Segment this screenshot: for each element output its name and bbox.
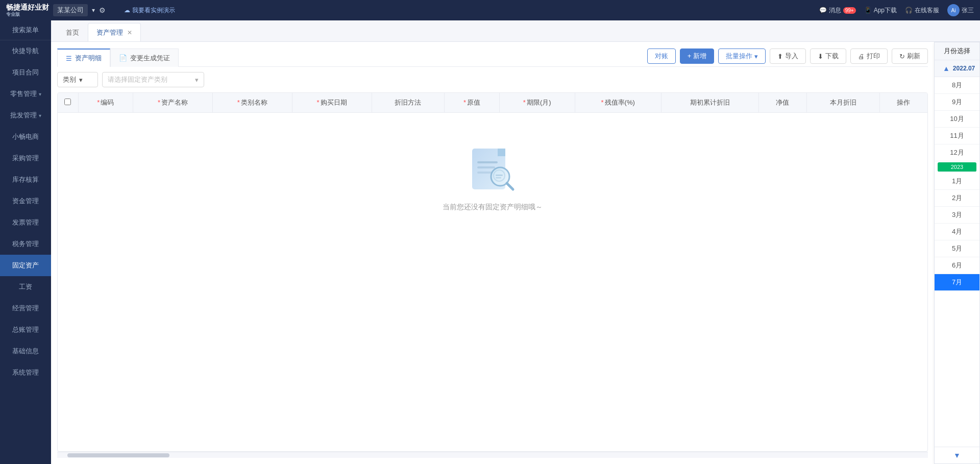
sidebar-item-purchase[interactable]: 采购管理: [0, 148, 51, 169]
month-item-4[interactable]: 4月: [935, 224, 979, 240]
horizontal-scrollbar[interactable]: [57, 452, 928, 458]
download-icon: ⬇: [818, 53, 823, 60]
page-content: ☰ 资产明细 📄 变更生成凭证 对账 + 新增 批量操作 ▾: [51, 42, 934, 464]
service-icon: 🎧: [905, 7, 913, 14]
table-header-row: *编码 *资产名称 *类别名称 *购买日期 折旧方法 *原值 *期限(月) *残…: [58, 93, 927, 113]
sub-tab-change-voucher[interactable]: 📄 变更生成凭证: [110, 48, 179, 67]
reconcile-button[interactable]: 对账: [647, 48, 676, 64]
input-dropdown-icon: ▾: [195, 76, 199, 84]
sub-tab-asset-detail[interactable]: ☰ 资产明细: [57, 48, 110, 67]
month-item-2[interactable]: 2月: [935, 190, 979, 207]
month-list: 8月 9月 10月 11月 12月 2023 1月 2月 3月 4月 5月 6月…: [935, 77, 979, 447]
top-bar: 畅捷通好业财 专业版 某某公司 ▾ ⚙ ☁ 我要看实例演示 💬 消息 99+ 📱…: [0, 0, 980, 20]
sidebar-item-inventory[interactable]: 库存核算: [0, 169, 51, 190]
tab-home[interactable]: 首页: [57, 23, 88, 41]
tab-close-icon[interactable]: ✕: [127, 29, 132, 36]
print-icon: 🖨: [858, 53, 865, 60]
th-accumulated-depreciation: 期初累计折旧: [661, 93, 758, 113]
sidebar-item-fund[interactable]: 资金管理: [0, 190, 51, 212]
sidebar-item-search[interactable]: 搜索菜单: [0, 20, 51, 40]
year-badge-2023: 2023: [938, 162, 976, 172]
demo-link[interactable]: ☁ 我要看实例演示: [124, 6, 175, 15]
company-name[interactable]: 某某公司: [53, 4, 88, 16]
refresh-button[interactable]: ↻ 刷新: [892, 48, 928, 64]
chevron-down-icon: ▾: [39, 113, 41, 118]
th-period: *期限(月): [499, 93, 575, 113]
sidebar-item-salary[interactable]: 工资: [0, 276, 51, 298]
empty-state-row: 当前您还没有固定资产明细哦～: [58, 113, 927, 243]
refresh-icon: ↻: [899, 53, 905, 60]
checkbox-input[interactable]: [64, 99, 71, 105]
month-item-11[interactable]: 11月: [935, 128, 979, 144]
svg-rect-4: [477, 172, 493, 174]
sub-tabs: ☰ 资产明细 📄 变更生成凭证 对账 + 新增 批量操作 ▾: [57, 48, 928, 67]
sidebar-item-quick-nav[interactable]: 快捷导航: [0, 40, 51, 62]
month-prev-btn[interactable]: ▲: [940, 63, 953, 74]
content-area: 首页 资产管理 ✕ ☰ 资产明细 📄 变: [51, 20, 980, 464]
th-depreciation-method: 折旧方法: [372, 93, 445, 113]
message-badge: 99+: [843, 7, 856, 14]
month-picker-header: 月份选择: [935, 42, 979, 60]
main-layout: 搜索菜单 快捷导航 项目合同 零售管理 ▾ 批发管理 ▾ 小畅电商 采购管理 库…: [0, 20, 980, 464]
sidebar-item-system[interactable]: 系统管理: [0, 362, 51, 383]
month-item-8[interactable]: 8月: [935, 77, 979, 94]
sidebar-item-asset[interactable]: 固定资产: [0, 255, 51, 276]
th-purchase-date: *购买日期: [292, 93, 372, 113]
month-item-6[interactable]: 6月: [935, 257, 979, 274]
batch-ops-button[interactable]: 批量操作 ▾: [718, 48, 766, 64]
select-all-checkbox[interactable]: [58, 93, 78, 113]
category-select[interactable]: 类别 ▾: [57, 72, 98, 87]
app-download-button[interactable]: 📱 App下载: [864, 6, 897, 15]
sidebar-item-ledger[interactable]: 总账管理: [0, 319, 51, 340]
top-bar-left: 畅捷通好业财 专业版 某某公司 ▾ ⚙ ☁ 我要看实例演示: [6, 3, 175, 17]
user-avatar: Ai: [947, 4, 960, 16]
current-year-display: 2022.07: [953, 65, 975, 72]
add-button[interactable]: + 新增: [680, 48, 714, 64]
company-dropdown-icon[interactable]: ▾: [92, 7, 95, 14]
download-button[interactable]: ⬇ 下载: [810, 48, 846, 64]
app-download-icon: 📱: [864, 7, 872, 14]
month-item-5[interactable]: 5月: [935, 240, 979, 257]
th-net-value: 净值: [758, 93, 807, 113]
tab-asset-management[interactable]: 资产管理 ✕: [88, 23, 141, 41]
top-bar-right: 💬 消息 99+ 📱 App下载 🎧 在线客服 Ai 张三: [819, 4, 974, 16]
import-button[interactable]: ⬆ 导入: [770, 48, 806, 64]
month-item-3[interactable]: 3月: [935, 207, 979, 224]
inner-content: ☰ 资产明细 📄 变更生成凭证 对账 + 新增 批量操作 ▾: [51, 42, 980, 464]
user-menu[interactable]: Ai 张三: [947, 4, 974, 16]
month-next-btn[interactable]: ▼: [950, 450, 964, 460]
filter-row: 类别 ▾ 请选择固定资产类别 ▾: [57, 72, 928, 87]
sidebar: 搜索菜单 快捷导航 项目合同 零售管理 ▾ 批发管理 ▾ 小畅电商 采购管理 库…: [0, 20, 51, 464]
online-service-button[interactable]: 🎧 在线客服: [905, 6, 939, 15]
th-asset-name: *资产名称: [133, 93, 213, 113]
th-code: *编码: [78, 93, 133, 113]
sidebar-item-retail[interactable]: 零售管理 ▾: [0, 83, 51, 105]
svg-rect-8: [496, 175, 503, 176]
sidebar-item-wholesale[interactable]: 批发管理 ▾: [0, 105, 51, 126]
th-operation: 操作: [879, 93, 927, 113]
month-item-10[interactable]: 10月: [935, 111, 979, 128]
th-original-value: *原值: [445, 93, 500, 113]
svg-rect-1: [498, 149, 505, 156]
print-button[interactable]: 🖨 打印: [850, 48, 888, 64]
month-item-7-selected[interactable]: 7月: [935, 274, 979, 291]
sidebar-item-invoice[interactable]: 发票管理: [0, 212, 51, 233]
th-category-name: *类别名称: [212, 93, 292, 113]
svg-rect-9: [496, 177, 501, 179]
empty-illustration: [462, 143, 523, 194]
month-item-9[interactable]: 9月: [935, 94, 979, 111]
category-input[interactable]: 请选择固定资产类别 ▾: [102, 72, 204, 87]
month-item-12[interactable]: 12月: [935, 144, 979, 161]
month-item-1[interactable]: 1月: [935, 173, 979, 190]
svg-rect-2: [477, 161, 498, 163]
gear-icon[interactable]: ⚙: [99, 6, 106, 14]
sidebar-item-base[interactable]: 基础信息: [0, 340, 51, 362]
sidebar-item-ecommerce[interactable]: 小畅电商: [0, 126, 51, 148]
sidebar-item-operations[interactable]: 经营管理: [0, 298, 51, 319]
scroll-thumb[interactable]: [67, 453, 169, 457]
sidebar-item-tax[interactable]: 税务管理: [0, 233, 51, 255]
message-button[interactable]: 💬 消息 99+: [819, 6, 856, 15]
month-picker-panel: 月份选择 ▲ 2022.07 8月 9月 10月 11月 12月 2023 1月…: [934, 42, 980, 464]
empty-state: 当前您还没有固定资产明细哦～: [58, 113, 927, 242]
sidebar-item-project-contract[interactable]: 项目合同: [0, 62, 51, 83]
